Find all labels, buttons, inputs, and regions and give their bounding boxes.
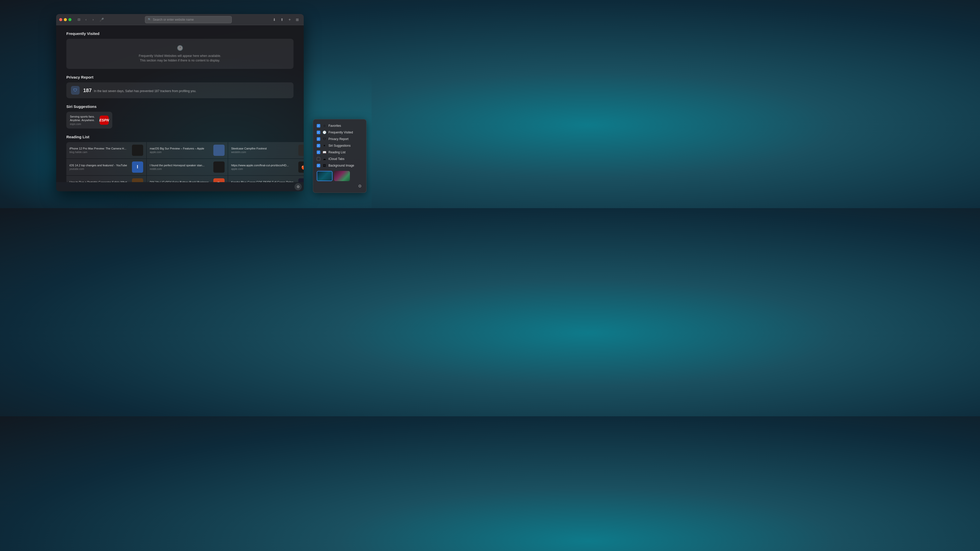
siri-card-espn[interactable]: Serving sports fans. Anytime. Anywhere. …: [66, 112, 112, 129]
nav-buttons: ⊟ ‹ ›: [76, 16, 97, 23]
siri-suggestions-checkbox[interactable]: ✓: [317, 144, 320, 148]
reading-card-title-7: DIY 24v LiFePO4 Solar Battery Bank! Begi…: [150, 180, 211, 182]
show-tabs-button[interactable]: ⊞: [294, 16, 301, 23]
reading-card-title-0: iPhone 12 Pro Max Preview: The Camera H.…: [69, 147, 129, 150]
bg-thumb-pink[interactable]: [334, 171, 350, 181]
reading-card-6[interactable]: How to Run a Portable Generator Safely W…: [66, 176, 146, 182]
reading-card-url-0: blog.halide.cam: [69, 151, 129, 154]
reading-thumb-6: [132, 178, 143, 182]
background-image-label: Background Image: [328, 164, 354, 167]
reading-card-url-1: apple.com: [150, 151, 211, 154]
icloud-tabs-checkbox[interactable]: [317, 157, 320, 161]
privacy-report-title: Privacy Report: [66, 75, 293, 79]
reading-card-title-3: iOS 14.2 top changes and features! - You…: [69, 164, 129, 167]
background-image-icon: 🖼: [322, 164, 326, 168]
panel-gear-button[interactable]: ⚙: [357, 183, 363, 189]
reading-list-section: Reading List iPhone 12 Pro Max Preview: …: [66, 135, 293, 182]
reading-card-title-8: Kondor Blue Canon EOS R5/R6 Full Cages R…: [231, 180, 296, 182]
siri-suggestions-label: Siri Suggestions: [328, 144, 351, 148]
customize-gear-button[interactable]: ⚙: [294, 183, 302, 190]
privacy-message: In the last seven days, Safari has preve…: [94, 89, 197, 93]
reading-thumb-2: [298, 144, 304, 156]
reading-card-4[interactable]: I found the perfect Homepod speaker stan…: [147, 159, 228, 175]
reading-card-url-2: westelm.com: [231, 151, 296, 154]
privacy-report-label: Privacy Report: [328, 137, 348, 141]
back-button[interactable]: ‹: [83, 16, 89, 23]
clock-icon: 🕐: [177, 45, 183, 51]
background-thumbnails: [313, 169, 366, 182]
title-bar: ⊟ ‹ › 🎤 🔍 Search or enter website name ⬇…: [56, 14, 304, 25]
reading-card-url-5: apple.com: [231, 168, 296, 170]
reading-thumb-4: [213, 162, 224, 173]
customize-frequently-visited[interactable]: ✓ 🕐 Frequently Visited: [313, 129, 366, 136]
reading-card-url-3: youtube.com: [69, 168, 129, 170]
new-tab-button[interactable]: +: [286, 16, 293, 23]
reading-card-1[interactable]: macOS Big Sur Preview – Features – Apple…: [147, 142, 228, 159]
reading-card-title-6: How to Run a Portable Generator Safely W…: [69, 180, 129, 182]
reading-list-icon: 📖: [322, 150, 326, 154]
reading-card-2[interactable]: Steelcase Campfire Footrest westelm.com: [228, 142, 304, 159]
frequently-visited-checkbox[interactable]: ✓: [317, 130, 320, 134]
sidebar-toggle-button[interactable]: ⊟: [76, 16, 82, 23]
reading-card-title-2: Steelcase Campfire Footrest: [231, 147, 296, 150]
reading-thumb-0: [132, 144, 143, 156]
reading-list-title: Reading List: [66, 135, 293, 139]
tracker-count: 187: [83, 87, 92, 93]
search-bar[interactable]: 🔍 Search or enter website name: [145, 16, 232, 23]
favorites-icon: ☆: [322, 124, 326, 128]
browser-window: ⊟ ‹ › 🎤 🔍 Search or enter website name ⬇…: [56, 14, 304, 191]
reading-thumb-8: [298, 178, 304, 182]
share-button[interactable]: ⬆: [279, 16, 285, 23]
customize-icloud-tabs[interactable]: ☁ iCloud Tabs: [313, 156, 366, 162]
icloud-tabs-label: iCloud Tabs: [328, 157, 344, 161]
shield-icon: 🛡: [71, 86, 80, 95]
browser-content: Frequently Visited 🕐 Frequently Visited …: [56, 25, 304, 182]
customize-reading-list[interactable]: ✓ 📖 Reading List: [313, 149, 366, 156]
reading-card-0[interactable]: iPhone 12 Pro Max Preview: The Camera H.…: [66, 142, 146, 159]
reading-list-checkbox[interactable]: ✓: [317, 151, 320, 154]
privacy-report-box: 🛡 187 In the last seven days, Safari has…: [66, 83, 293, 98]
reading-card-3[interactable]: iOS 14.2 top changes and features! - You…: [66, 159, 146, 175]
traffic-lights: [59, 18, 72, 21]
siri-suggestions-title: Siri Suggestions: [66, 104, 293, 109]
icloud-icon: ☁: [322, 157, 326, 161]
customize-favorites[interactable]: ✓ ☆ Favorites: [313, 122, 366, 129]
customize-background-image[interactable]: ✓ 🖼 Background Image: [313, 162, 366, 169]
privacy-report-checkbox[interactable]: ✓: [317, 137, 320, 141]
frequently-visited-label: Frequently Visited: [328, 130, 353, 134]
reading-card-8[interactable]: Kondor Blue Canon EOS R5/R6 Full Cages R…: [228, 176, 304, 182]
frequently-visited-icon: 🕐: [322, 130, 326, 135]
background-image-checkbox[interactable]: ✓: [317, 164, 320, 167]
search-icon: 🔍: [148, 18, 151, 21]
reading-card-title-4: I found the perfect Homepod speaker stan…: [150, 164, 211, 167]
reading-card-title-1: macOS Big Sur Preview – Features – Apple: [150, 147, 211, 150]
reading-card-5[interactable]: https://www.apple.com/final-cut-pro/docs…: [228, 159, 304, 175]
maximize-button[interactable]: [68, 18, 72, 21]
frequently-visited-section: Frequently Visited 🕐 Frequently Visited …: [66, 32, 293, 69]
customize-panel: ✓ ☆ Favorites ✓ 🕐 Frequently Visited ✓ 🛡…: [313, 119, 366, 193]
frequently-visited-title: Frequently Visited: [66, 32, 293, 36]
download-button[interactable]: ⬇: [271, 16, 278, 23]
favorites-label: Favorites: [328, 124, 341, 127]
siri-icon: ✦: [322, 144, 326, 148]
reading-card-7[interactable]: DIY 24v LiFePO4 Solar Battery Bank! Begi…: [147, 176, 228, 182]
minimize-button[interactable]: [64, 18, 67, 21]
customize-privacy-report[interactable]: ✓ 🛡 Privacy Report: [313, 136, 366, 142]
bg-thumb-teal[interactable]: [317, 171, 332, 181]
siri-suggestions-section: Siri Suggestions Serving sports fans. An…: [66, 104, 293, 129]
reading-thumb-7: D: [213, 178, 224, 182]
mic-icon: 🎤: [100, 17, 104, 22]
reading-thumb-1: [213, 144, 224, 156]
espn-logo: ESPN: [100, 116, 109, 125]
reading-list-grid: iPhone 12 Pro Max Preview: The Camera H.…: [66, 142, 293, 182]
title-bar-actions: ⬇ ⬆ + ⊞: [271, 16, 301, 23]
frequently-visited-box: 🕐 Frequently Visited Websites will appea…: [66, 39, 293, 69]
forward-button[interactable]: ›: [90, 16, 97, 23]
favorites-checkbox[interactable]: ✓: [317, 124, 320, 127]
search-input[interactable]: Search or enter website name: [153, 18, 194, 21]
search-bar-container: 🔍 Search or enter website name: [108, 16, 269, 23]
frequently-visited-message: Frequently Visited Websites will appear …: [139, 54, 221, 63]
reading-card-title-5: https://www.apple.com/final-cut-pro/docs…: [231, 164, 296, 167]
close-button[interactable]: [59, 18, 62, 21]
customize-siri-suggestions[interactable]: ✓ ✦ Siri Suggestions: [313, 142, 366, 149]
